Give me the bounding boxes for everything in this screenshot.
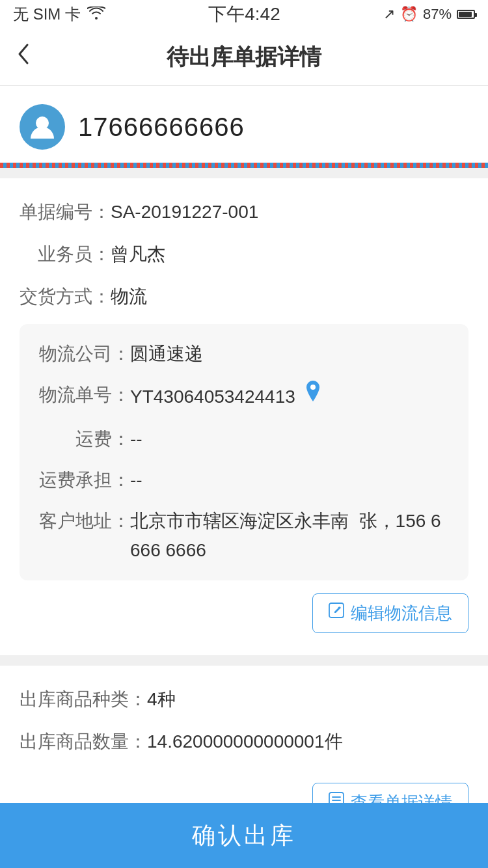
confirm-button-label: 确认出库 xyxy=(192,820,296,852)
address-label: 客户地址： xyxy=(39,507,130,536)
tracking-location-icon[interactable] xyxy=(303,381,323,413)
doc-number-label: 单据编号： xyxy=(20,198,111,227)
delivery-method-value: 物流 xyxy=(111,282,468,312)
logistics-tracking-value: YT43064053424413 xyxy=(130,381,449,413)
edit-icon xyxy=(329,603,346,624)
goods-quantity-label: 出库商品数量： xyxy=(20,727,147,757)
doc-number-value: SA-20191227-001 xyxy=(111,198,468,227)
status-bar-left: 无 SIM 卡 xyxy=(13,4,105,25)
freight-bearer-row: 运费承担： -- xyxy=(39,466,449,495)
section-divider-1 xyxy=(0,655,488,666)
freight-value: -- xyxy=(130,425,449,454)
delivery-method-label: 交货方式： xyxy=(20,282,111,312)
doc-number-row: 单据编号： SA-20191227-001 xyxy=(20,198,468,227)
salesperson-label: 业务员： xyxy=(20,240,111,269)
status-bar: 无 SIM 卡 下午4:42 ↗ ⏰ 87% xyxy=(0,0,488,29)
goods-type-row: 出库商品种类： 4种 xyxy=(20,685,468,714)
page-title: 待出库单据详情 xyxy=(167,42,321,72)
freight-label: 运费： xyxy=(39,425,130,454)
salesperson-row: 业务员： 曾凡杰 xyxy=(20,240,468,269)
goods-type-label: 出库商品种类： xyxy=(20,685,147,714)
goods-quantity-value: 14.620000000000001件 xyxy=(147,727,468,757)
battery-icon xyxy=(457,10,475,19)
svg-point-1 xyxy=(310,385,316,390)
user-avatar xyxy=(20,104,65,150)
order-info-section: 单据编号： SA-20191227-001 业务员： 曾凡杰 交货方式： 物流 … xyxy=(0,178,488,655)
location-status-icon: ↗ xyxy=(383,6,395,23)
back-button[interactable] xyxy=(16,41,31,73)
edit-button-row: 编辑物流信息 xyxy=(20,580,468,636)
user-header: 17666666666 xyxy=(0,86,488,163)
wifi-icon xyxy=(87,5,105,23)
freight-bearer-value: -- xyxy=(130,466,449,495)
edit-logistics-button[interactable]: 编辑物流信息 xyxy=(312,593,468,633)
dashed-divider xyxy=(0,163,488,168)
battery-percent: 87% xyxy=(423,6,452,23)
carrier-text: 无 SIM 卡 xyxy=(13,4,81,25)
user-phone: 17666666666 xyxy=(78,113,245,142)
freight-bearer-label: 运费承担： xyxy=(39,466,130,495)
confirm-bar[interactable]: 确认出库 xyxy=(0,803,488,868)
status-bar-right: ↗ ⏰ 87% xyxy=(383,6,475,23)
delivery-method-row: 交货方式： 物流 xyxy=(20,282,468,312)
salesperson-value: 曾凡杰 xyxy=(111,240,468,269)
goods-quantity-row: 出库商品数量： 14.620000000000001件 xyxy=(20,727,468,757)
logistics-tracking-label: 物流单号： xyxy=(39,381,130,410)
logistics-card: 物流公司： 圆通速递 物流单号： YT43064053424413 运费： xyxy=(20,324,468,580)
edit-logistics-label: 编辑物流信息 xyxy=(351,602,452,625)
main-content: 17666666666 单据编号： SA-20191227-001 业务员： 曾… xyxy=(0,86,488,868)
logistics-company-value: 圆通速递 xyxy=(130,340,449,369)
address-value: 北京市市辖区海淀区永丰南 张，156 6666 6666 xyxy=(130,507,449,565)
goods-type-value: 4种 xyxy=(147,685,468,714)
nav-bar: 待出库单据详情 xyxy=(0,29,488,86)
status-time: 下午4:42 xyxy=(208,2,280,27)
freight-row: 运费： -- xyxy=(39,425,449,454)
logistics-company-label: 物流公司： xyxy=(39,340,130,369)
alarm-icon: ⏰ xyxy=(400,6,418,23)
logistics-company-row: 物流公司： 圆通速递 xyxy=(39,340,449,369)
logistics-tracking-row: 物流单号： YT43064053424413 xyxy=(39,381,449,413)
address-row: 客户地址： 北京市市辖区海淀区永丰南 张，156 6666 6666 xyxy=(39,507,449,565)
